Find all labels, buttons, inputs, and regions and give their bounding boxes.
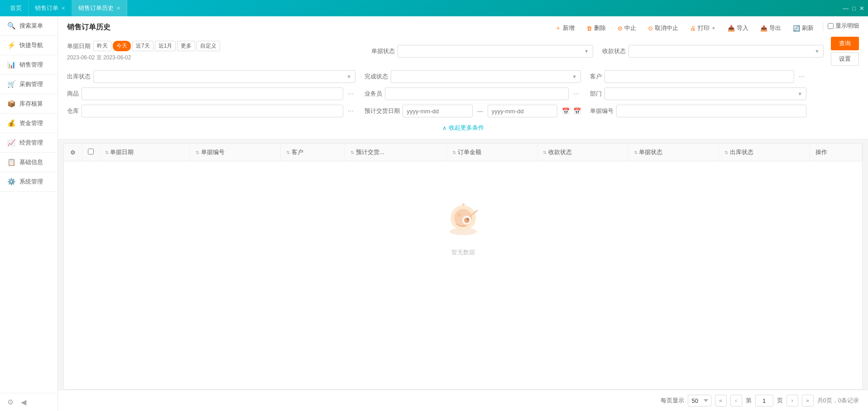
customer-dots[interactable]: ··· [797, 73, 806, 81]
table-col-payment-status: ⇅ 收款状态 [537, 144, 628, 161]
date-btn-more[interactable]: 更多 [177, 41, 195, 51]
table-checkbox-col[interactable] [82, 144, 99, 161]
delivery-date-to[interactable] [488, 105, 557, 117]
suspend-icon: ⊘ [618, 25, 623, 32]
col-amount-label: 订单金额 [458, 149, 481, 155]
prev-page-button[interactable]: ‹ [730, 395, 742, 406]
refresh-button[interactable]: 🔄 刷新 [788, 22, 818, 34]
window-controls: — □ ✕ [843, 5, 864, 12]
next-page-button[interactable]: › [786, 395, 798, 406]
table-col-amount: ⇅ 订单金额 [446, 144, 537, 161]
last-page-button[interactable]: » [802, 395, 814, 406]
sidebar-item-finance[interactable]: 💰 资金管理 [0, 114, 58, 133]
department-select[interactable]: ▼ [604, 87, 806, 100]
select-all-checkbox[interactable] [88, 149, 94, 155]
first-page-button[interactable]: « [715, 395, 727, 406]
delivery-date-from[interactable] [403, 105, 472, 117]
product-dots[interactable]: ··· [346, 90, 355, 98]
query-button[interactable]: 查询 [831, 37, 859, 50]
col-number-label: 单据编号 [201, 149, 225, 155]
date-btn-yesterday[interactable]: 昨天 [93, 41, 111, 51]
sidebar-item-purchase-mgmt-label: 采购管理 [19, 80, 43, 88]
tab-home[interactable]: 首页 [4, 0, 29, 16]
col-operation-label: 操作 [815, 149, 827, 155]
sidebar-item-basic-info[interactable]: 📋 基础信息 [0, 153, 58, 172]
date-range-value: 2023-06-02 至 2023-06-02 [67, 54, 131, 62]
tab-sales-order-history-close[interactable]: ✕ [116, 5, 120, 11]
date-btn-7days[interactable]: 近7天 [132, 41, 153, 51]
col-payment-label: 收款状态 [548, 149, 572, 155]
sidebar-item-inventory[interactable]: 📦 库存核算 [0, 94, 58, 114]
out-status-select[interactable]: ▼ [93, 70, 355, 83]
display-detail-toggle[interactable]: 显示明细 [828, 22, 859, 30]
sidebar-item-operations[interactable]: 📈 经营管理 [0, 133, 58, 153]
maximize-icon[interactable]: □ [852, 5, 856, 12]
collapse-button[interactable]: ∧ 收起更多条件 [442, 122, 484, 134]
collapse-up-icon: ∧ [442, 125, 447, 131]
sidebar-item-sys-mgmt[interactable]: ⚙️ 系统管理 [0, 172, 58, 192]
minimize-icon[interactable]: — [843, 5, 849, 12]
sidebar: 🔍 搜索菜单 ⚡ 快捷导航 📊 销售管理 🛒 采购管理 📦 库存核算 💰 资金管… [0, 16, 58, 411]
tab-sales-order-close[interactable]: ✕ [61, 5, 65, 11]
date-btn-today[interactable]: 今天 [113, 41, 131, 51]
calendar-icon-from[interactable]: 📅 [562, 107, 570, 115]
sidebar-item-sales-mgmt[interactable]: 📊 销售管理 [0, 55, 58, 75]
payment-status-select[interactable]: ▼ [628, 45, 824, 58]
sidebar-settings-icon[interactable]: ⚙ [7, 398, 14, 406]
import-button[interactable]: 📥 导入 [723, 22, 753, 34]
sidebar-item-search-menu[interactable]: 🔍 搜索菜单 [0, 16, 58, 36]
col-bill-icon: ⇅ [634, 150, 638, 155]
sidebar-item-search-menu-label: 搜索菜单 [19, 22, 43, 30]
cancel-suspend-button[interactable]: ⊙ 取消中止 [643, 22, 683, 34]
bill-status-select[interactable]: ▼ [398, 45, 593, 58]
display-detail-checkbox[interactable] [828, 23, 834, 29]
date-btn-1month[interactable]: 近1月 [155, 41, 176, 51]
col-date-icon: ⇅ [105, 150, 109, 155]
svg-point-5 [467, 218, 469, 220]
sidebar-item-purchase-mgmt[interactable]: 🛒 采购管理 [0, 75, 58, 94]
page-size-select[interactable]: 10 20 50 100 [688, 395, 711, 406]
col-payment-icon: ⇅ [543, 150, 547, 155]
calendar-icon-to[interactable]: 📅 [573, 107, 581, 115]
table-settings-col[interactable]: ⚙ [64, 144, 82, 161]
tab-sales-order-history[interactable]: 销售订单历史 ✕ [72, 0, 127, 16]
close-icon[interactable]: ✕ [859, 5, 864, 12]
col-delivery-date-icon: ⇅ [350, 150, 354, 155]
warehouse-input[interactable] [82, 105, 343, 117]
salesperson-dots[interactable]: ··· [571, 90, 581, 98]
col-delivery-date-label: 预计交货... [356, 149, 384, 155]
print-button[interactable]: 🖨 打印 ▼ [686, 22, 720, 34]
bill-number-input[interactable] [616, 105, 806, 117]
salesperson-input[interactable] [385, 87, 569, 100]
sidebar-item-finance-label: 资金管理 [19, 119, 43, 127]
product-input[interactable] [82, 87, 343, 100]
total-info: 共0页，0条记录 [817, 396, 859, 405]
delete-button[interactable]: 🗑 删除 [582, 22, 610, 34]
warehouse-dots[interactable]: ··· [346, 107, 355, 115]
tab-sales-order[interactable]: 销售订单 ✕ [29, 0, 72, 16]
refresh-icon: 🔄 [793, 25, 800, 32]
new-button[interactable]: ＋ 新增 [551, 22, 579, 34]
import-label: 导入 [737, 24, 748, 32]
complete-status-label: 完成状态 [364, 73, 388, 81]
print-label: 打印 [698, 24, 710, 32]
department-label: 部门 [590, 90, 602, 98]
customer-input[interactable] [604, 70, 794, 83]
table-settings-icon[interactable]: ⚙ [70, 149, 76, 156]
sidebar-item-quick-nav[interactable]: ⚡ 快捷导航 [0, 36, 58, 55]
filter-settings-button[interactable]: 设置 [831, 52, 859, 66]
date-btn-custom[interactable]: 自定义 [197, 41, 220, 51]
sidebar-collapse-icon[interactable]: ◀ [21, 398, 26, 406]
page-number-input[interactable] [755, 395, 773, 406]
sidebar-bottom: ⚙ ◀ [0, 393, 58, 411]
table-col-customer: ⇅ 客户 [281, 144, 345, 161]
display-detail-label: 显示明细 [835, 22, 859, 30]
export-button[interactable]: 📤 导出 [756, 22, 786, 34]
complete-status-select[interactable]: ▼ [391, 70, 581, 83]
suspend-button[interactable]: ⊘ 中止 [613, 22, 641, 34]
table-col-delivery-date: ⇅ 预计交货... [345, 144, 446, 161]
data-table: ⚙ ⇅ 单据日期 ⇅ 单据编号 [64, 144, 862, 161]
col-date-label: 单据日期 [110, 149, 134, 155]
tab-sales-order-history-label: 销售订单历史 [78, 4, 114, 12]
bill-status-dropdown-icon: ▼ [584, 48, 589, 54]
